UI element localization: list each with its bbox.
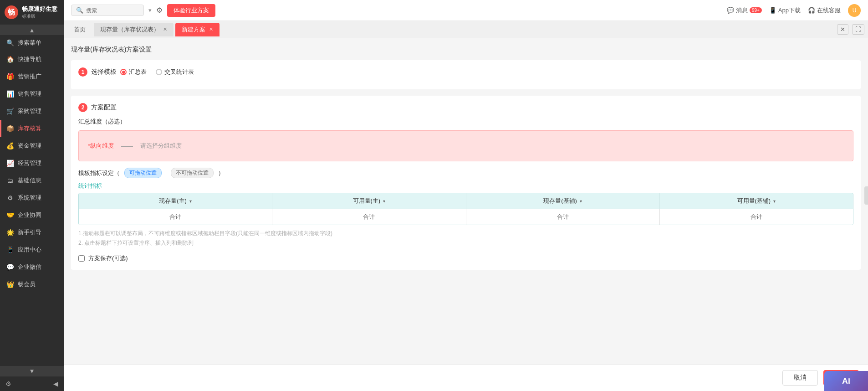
dimension-placeholder: 请选择分组维度 xyxy=(140,142,182,150)
right-resize-handle[interactable] xyxy=(864,186,868,205)
col1-label: 可用量(主) xyxy=(353,197,381,205)
vertical-dimension-label: *纵向维度 xyxy=(88,142,114,150)
tab-new-scheme[interactable]: 新建方案 ✕ xyxy=(175,23,220,36)
col3-label: 可用量(基辅) xyxy=(737,197,771,205)
tab-new-scheme-label: 新建方案 xyxy=(182,26,205,34)
stats-header-col-1[interactable]: 可用量(主) ▾ xyxy=(272,193,466,209)
stats-header-col-2[interactable]: 现存量(基辅) ▾ xyxy=(466,193,660,209)
cancel-button[interactable]: 取消 xyxy=(782,370,818,386)
sidebar-item-appcenter[interactable]: 📱 应用中心 xyxy=(0,241,64,258)
sidebar-item-newbie[interactable]: 🌟 新手引导 xyxy=(0,224,64,241)
sidebar-item-sales[interactable]: 📊 销售管理 xyxy=(0,85,64,103)
sidebar-scroll-up[interactable]: ▲ xyxy=(0,25,64,35)
tab-new-scheme-close[interactable]: ✕ xyxy=(209,26,213,32)
tab-stock-status-close[interactable]: ✕ xyxy=(163,26,167,32)
save-scheme-label: 方案保存(可选) xyxy=(88,254,128,262)
tab-close-all-btn[interactable]: ✕ xyxy=(837,24,848,35)
sidebar-item-label: 企业协同 xyxy=(18,211,41,219)
col2-label: 现存量(基辅) xyxy=(543,197,577,205)
topbar-settings-btn[interactable]: ⚙ xyxy=(156,6,163,15)
edition-label: 标准版 xyxy=(22,13,57,19)
sidebar-collapse-btn[interactable]: ◀ xyxy=(53,380,58,387)
message-icon: 💬 xyxy=(727,7,734,14)
stats-data-col-2: 合计 xyxy=(466,209,660,225)
template-radio-group: 汇总表 交叉统计表 xyxy=(120,68,194,76)
stats-label: 统计指标 xyxy=(78,182,853,190)
topbar-search-box[interactable]: 🔍 xyxy=(71,5,144,16)
close-paren: ） xyxy=(218,169,224,177)
gift-icon: 🎁 xyxy=(6,73,14,80)
stats-header-col-3[interactable]: 可用量(基辅) ▾ xyxy=(660,193,853,209)
tab-home-label: 首页 xyxy=(74,26,86,34)
sidebar-item-search[interactable]: 🔍 搜索菜单 xyxy=(0,35,64,51)
radio-summary[interactable]: 汇总表 xyxy=(120,68,147,76)
sidebar-item-label: 经营管理 xyxy=(18,159,41,167)
sidebar-item-label: 采购管理 xyxy=(18,107,41,115)
crown-icon: 👑 xyxy=(6,281,14,288)
sidebar-item-purchase[interactable]: 🛒 采购管理 xyxy=(0,103,64,120)
content-area: 现存量(库存状况表)方案设置 1 选择模板 汇总表 交叉统计表 xyxy=(64,38,868,364)
sidebar-item-quick-nav[interactable]: 🏠 快捷导航 xyxy=(0,51,64,68)
money-icon: 💰 xyxy=(6,142,14,149)
indicator-settings-label: 模板指标设定（ 可拖动位置 不可拖动位置 ） xyxy=(78,168,853,178)
app-download-btn[interactable]: 📱 App下载 xyxy=(769,6,801,15)
sidebar-item-system[interactable]: ⚙ 系统管理 xyxy=(0,189,64,206)
sidebar-scroll-down[interactable]: ▼ xyxy=(0,366,64,376)
tabbar-right: ✕ ⛶ xyxy=(837,24,864,35)
step2-section: 2 方案配置 汇总维度（必选） *纵向维度 —— 请选择分组维度 模板指标设定（… xyxy=(71,96,861,270)
topbar-left: 🔍 ▾ ⚙ 体验行业方案 xyxy=(71,4,215,17)
sidebar-item-member[interactable]: 👑 畅会员 xyxy=(0,276,64,293)
trial-industry-btn[interactable]: 体验行业方案 xyxy=(167,4,215,17)
message-btn[interactable]: 💬 消息 99+ xyxy=(727,6,762,15)
user-avatar[interactable]: U xyxy=(848,4,861,17)
drag-badge: 可拖动位置 xyxy=(124,168,162,178)
chart-icon: 📊 xyxy=(6,90,14,98)
save-scheme-checkbox[interactable] xyxy=(78,255,85,262)
search-input[interactable] xyxy=(86,7,139,14)
sidebar-item-finance[interactable]: 💰 资金管理 xyxy=(0,137,64,154)
sidebar-logo: 畅 畅康通好生意 标准版 xyxy=(0,0,64,25)
sidebar-item-label: 系统管理 xyxy=(18,194,41,202)
sidebar-item-wechat[interactable]: 💬 企业微信 xyxy=(0,258,64,276)
search-icon: 🔍 xyxy=(6,39,14,46)
sidebar-item-label: 销售管理 xyxy=(18,90,41,98)
stats-data-col-3: 合计 xyxy=(660,209,853,225)
radio-cross-circle xyxy=(156,69,162,75)
main-area: 🔍 ▾ ⚙ 体验行业方案 💬 消息 99+ 📱 App下载 🎧 在线客服 U xyxy=(64,0,868,391)
sidebar-settings-btn[interactable]: ⚙ xyxy=(5,380,11,387)
sidebar-item-label: 快捷导航 xyxy=(18,55,41,63)
tab-expand-btn[interactable]: ⛶ xyxy=(852,24,864,35)
tip1: 1.拖动标题栏可以调整布局，不可跨维度或指标区域拖动栏目字段(只能在同一维度或指… xyxy=(78,230,853,237)
col3-dropdown-icon[interactable]: ▾ xyxy=(773,199,776,204)
folder-icon: 🗂 xyxy=(6,177,14,184)
headphone-icon: 🎧 xyxy=(808,7,815,14)
sidebar-item-enterprise[interactable]: 🤝 企业协同 xyxy=(0,206,64,224)
radio-cross[interactable]: 交叉统计表 xyxy=(156,68,194,76)
tab-home[interactable]: 首页 xyxy=(67,23,92,36)
sidebar-item-marketing[interactable]: 🎁 营销推广 xyxy=(0,68,64,85)
no-drag-badge: 不可拖动位置 xyxy=(171,168,214,178)
step2-label: 方案配置 xyxy=(91,103,117,112)
col0-dropdown-icon[interactable]: ▾ xyxy=(189,199,192,204)
step1-section: 1 选择模板 汇总表 交叉统计表 xyxy=(71,60,861,89)
tab-stock-status[interactable]: 现存量（库存状况表） ✕ xyxy=(94,23,174,36)
sidebar-item-operation[interactable]: 📈 经营管理 xyxy=(0,154,64,172)
col2-dropdown-icon[interactable]: ▾ xyxy=(580,199,582,204)
stats-header-col-0[interactable]: 现存量(主) ▾ xyxy=(79,193,272,209)
online-service-btn[interactable]: 🎧 在线客服 xyxy=(808,6,841,15)
phone-icon: 📱 xyxy=(6,246,14,253)
tips-section: 1.拖动标题栏可以调整布局，不可跨维度或指标区域拖动栏目字段(只能在同一维度或指… xyxy=(78,230,853,247)
dropdown-icon[interactable]: ▾ xyxy=(148,7,152,14)
col1-dropdown-icon[interactable]: ▾ xyxy=(383,199,385,204)
radio-summary-circle xyxy=(120,69,127,75)
step1-header: 1 选择模板 汇总表 交叉统计表 xyxy=(78,67,853,77)
chat-icon: 💬 xyxy=(6,263,14,271)
sidebar-item-basic[interactable]: 🗂 基础信息 xyxy=(0,172,64,189)
tabbar: 首页 现存量（库存状况表） ✕ 新建方案 ✕ ✕ ⛶ xyxy=(64,21,868,38)
gear-icon: ⚙ xyxy=(6,194,14,201)
sidebar-logo-text: 畅康通好生意 标准版 xyxy=(22,5,57,19)
dimension-area[interactable]: *纵向维度 —— 请选择分组维度 xyxy=(78,130,853,161)
ai-float-button[interactable]: Ai xyxy=(824,371,868,391)
sidebar-item-stock[interactable]: 📦 库存核算 xyxy=(0,120,64,137)
stats-data-row: 合计 合计 合计 合计 xyxy=(79,209,853,225)
